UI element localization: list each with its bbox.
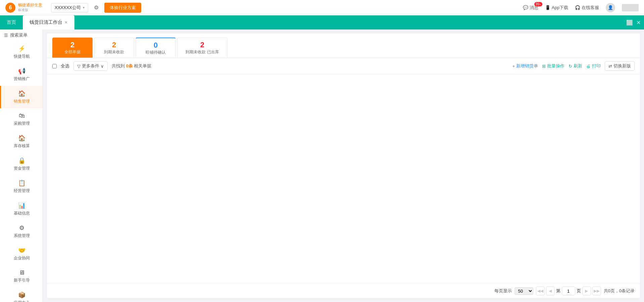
sidebar-item-finance[interactable]: 🔒 资金管理 [0,153,43,175]
sidebar-item-sales[interactable]: 🏠 销售管理 [0,86,43,108]
switch-icon: ⇄ [608,64,612,69]
tab-daily-work[interactable]: 钱货日清工作台 ✕ [23,15,74,29]
sidebar-item-inventory[interactable]: 🏠 库存核算 [0,130,43,153]
batch-btn[interactable]: ⊞ 批量操作 [542,63,565,69]
prev-page-btn[interactable]: ◀ [546,287,555,295]
sidebar-item-label: 库存核算 [14,143,30,149]
logo-name: 畅捷通好生意 [18,3,42,7]
message-icon: 💬 [523,5,528,10]
total-info: 共0页，0条记录 [604,288,635,294]
search-menu-icon: ☰ [4,33,8,38]
app-center-icon: 📦 [18,291,25,299]
avatar[interactable]: 👤 [606,3,615,12]
tab-home[interactable]: 首页 [0,15,23,29]
sidebar-item-marketing[interactable]: 📢 营销推广 [0,63,43,86]
cooperation-icon: 🤝 [18,247,25,254]
found-text: 共找到 0条 相关单据 [112,63,151,69]
sidebar-item-label: 营销推广 [14,76,30,82]
top-right: 💬 消息 99+ 📱 App下载 🎧 在线客服 👤 [523,3,639,12]
main-layout: ☰ 搜索菜单 ⚡ 快捷导航 📢 营销推广 🏠 销售管理 🛍 采购管理 🏠 库存核… [0,29,644,302]
print-btn[interactable]: 🖨 打印 [586,63,601,69]
logo-area: 6 畅捷通好生意 标准版 [5,3,48,13]
search-menu[interactable]: ☰ 搜索菜单 [0,29,43,41]
page-nav: ◀◀ ◀ 第 页 ▶ ▶▶ [536,287,601,295]
page-di-label: 第 [556,288,560,294]
summary-tab-shipped[interactable]: 2 到期未收款 已出库 [177,38,227,58]
sidebar-item-app-center[interactable]: 📦 应用中心 [0,287,43,302]
sidebar-item-label: 应用中心 [14,300,30,302]
marketing-icon: 📢 [18,67,25,75]
sidebar-item-system[interactable]: ⚙ 系统管理 [0,220,43,243]
service-icon: 🎧 [575,5,580,10]
summary-num-all: 2 [70,41,74,49]
system-icon: ⚙ [19,224,24,232]
page-size-select[interactable]: 50 10 20 100 [515,287,533,295]
sidebar-item-operations[interactable]: 📋 经营管理 [0,175,43,198]
filter-btn[interactable]: ▽ 更多条件 ∨ [73,61,108,71]
toolbar: 全选 ▽ 更多条件 ∨ 共找到 0条 相关单据 + 新增销货单 [47,58,640,74]
refresh-btn[interactable]: ↻ 刷新 [569,63,582,69]
page-size-label: 每页显示 [494,288,512,294]
summary-num-shipped: 2 [200,41,204,49]
empty-area [47,74,640,284]
user-name [622,4,639,11]
online-service-btn[interactable]: 🎧 在线客服 [575,5,599,11]
search-menu-label: 搜索菜单 [10,32,28,38]
tab-close-icon[interactable]: ✕ [64,20,68,25]
sidebar-item-label: 企业协同 [14,255,30,261]
first-page-btn[interactable]: ◀◀ [536,287,545,295]
filter-chevron-icon: ∨ [101,64,104,69]
summary-tab-overdue[interactable]: 2 到期未收款 [94,38,134,58]
message-btn[interactable]: 💬 消息 99+ [523,5,538,11]
quick-nav-icon: ⚡ [18,45,25,52]
page-label: 页 [577,288,581,294]
add-sales-btn[interactable]: + 新增销货单 [512,63,538,69]
summary-num-overdue: 2 [112,41,116,49]
finance-icon: 🔒 [18,157,25,164]
company-selector[interactable]: XXXXXX公司 ▾ [51,3,88,12]
app-download-btn[interactable]: 📱 App下载 [545,5,568,11]
nav-tab-icons: ⬜ ✕ [626,19,644,26]
summary-tab-all[interactable]: 2 全部单据 [52,38,93,58]
avatar-icon: 👤 [608,5,613,10]
app-icon: 📱 [545,5,550,10]
switch-version-btn[interactable]: ⇄ 切换新版 [605,61,635,71]
last-page-btn[interactable]: ▶▶ [592,287,601,295]
nav-tabs: 首页 钱货日清工作台 ✕ ⬜ ✕ [0,15,644,29]
sidebar-item-label: 新手引导 [14,278,30,283]
sidebar-item-label: 采购管理 [14,121,30,126]
sidebar-item-quick-nav[interactable]: ⚡ 快捷导航 [0,41,43,63]
summary-label-overdue: 到期未收款 [104,49,124,55]
add-icon: + [512,64,515,69]
content-area: 2 全部单据 2 到期未收款 0 旺铺待确认 2 到期未收款 已出库 [43,29,644,302]
summary-tab-wangpu[interactable]: 0 旺铺待确认 [136,38,176,58]
summary-tabs: 2 全部单据 2 到期未收款 0 旺铺待确认 2 到期未收款 已出库 [47,34,640,58]
sidebar-item-label: 快捷导航 [14,54,30,59]
sales-icon: 🏠 [18,90,25,97]
company-chevron-icon: ▾ [83,6,85,9]
sidebar: ☰ 搜索菜单 ⚡ 快捷导航 📢 营销推广 🏠 销售管理 🛍 采购管理 🏠 库存核… [0,29,43,302]
switch-label: 切换新版 [613,63,631,69]
content-inner: 2 全部单据 2 到期未收款 0 旺铺待确认 2 到期未收款 已出库 [47,34,640,298]
select-all-label: 全选 [61,63,69,69]
close-window-icon[interactable]: ✕ [636,19,641,26]
print-label: 打印 [592,63,601,69]
filter-icon: ▽ [77,64,80,69]
sidebar-item-label: 销售管理 [14,99,30,104]
select-all-checkbox[interactable] [52,64,57,68]
experience-btn[interactable]: 体验行业方案 [104,3,141,13]
logo-sub: 标准版 [18,8,42,12]
restore-icon[interactable]: ⬜ [626,19,633,26]
inventory-icon: 🏠 [18,134,25,142]
settings-icon[interactable]: ⚙ [91,2,102,13]
sidebar-item-guide[interactable]: 🖥 新手引导 [0,265,43,287]
sidebar-item-cooperation[interactable]: 🤝 企业协同 [0,243,43,265]
top-bar: 6 畅捷通好生意 标准版 XXXXXX公司 ▾ ⚙ 体验行业方案 💬 消息 99… [0,0,644,15]
sidebar-item-purchase[interactable]: 🛍 采购管理 [0,108,43,130]
guide-icon: 🖥 [19,269,25,276]
toolbar-right: + 新增销货单 ⊞ 批量操作 ↻ 刷新 🖨 打印 [512,61,635,71]
summary-label-shipped: 到期未收款 已出库 [185,49,219,55]
sidebar-item-basic-info[interactable]: 📊 基础信息 [0,198,43,220]
page-input[interactable] [562,287,575,295]
next-page-btn[interactable]: ▶ [582,287,591,295]
